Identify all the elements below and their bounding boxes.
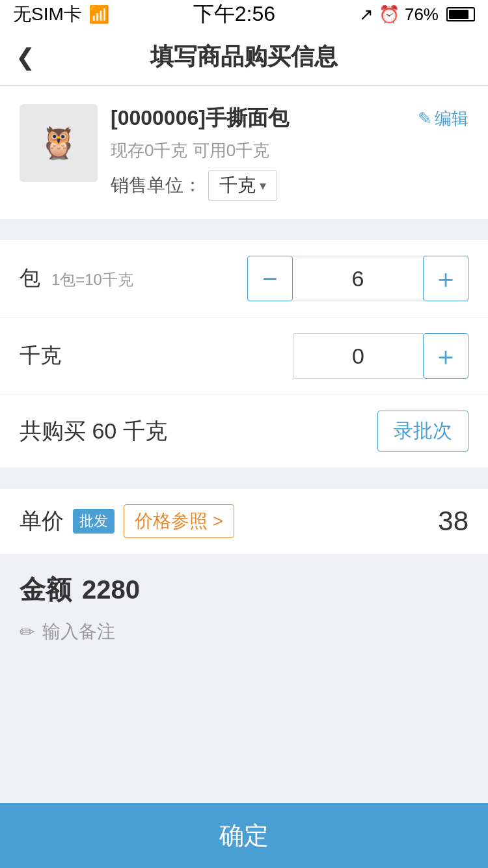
product-name: [0000006]手撕面包: [111, 104, 289, 133]
chevron-down-icon: ▾: [260, 178, 266, 193]
battery-label: 76%: [405, 5, 439, 25]
carrier-label: 无SIM卡: [13, 2, 82, 27]
status-bar: 无SIM卡 📶 下午2:56 ↗ ⏰ 76%: [0, 0, 488, 29]
total-text: 共购买: [20, 418, 92, 443]
qty-row-kg: 千克 ＋: [0, 318, 488, 395]
edit-icon: ✎: [418, 109, 432, 129]
qty-control-bao: − ＋: [247, 256, 468, 301]
qty-input-kg[interactable]: [293, 333, 423, 379]
plus-button-kg[interactable]: ＋: [423, 333, 468, 379]
unit-label: 销售单位：: [111, 173, 202, 198]
quantity-section: 包 1包=10千克 − ＋ 千克 ＋: [0, 240, 488, 395]
unit-select[interactable]: 千克 ▾: [208, 170, 277, 201]
status-left: 无SIM卡 📶: [13, 2, 109, 27]
total-unit: 千克: [123, 418, 167, 443]
qty-label-text-kg: 千克: [20, 344, 61, 367]
confirm-label: 确定: [219, 819, 269, 852]
unit-value: 千克: [219, 173, 256, 198]
back-icon: ❮: [16, 44, 35, 70]
batch-label: 录批次: [394, 420, 452, 441]
edit-button[interactable]: ✎ 编辑: [418, 107, 468, 130]
price-ref-button[interactable]: 价格参照 >: [124, 504, 234, 538]
amount-label: 金额: [20, 572, 72, 608]
plus-button-bao[interactable]: ＋: [423, 256, 468, 301]
remark-placeholder: 输入备注: [42, 619, 115, 644]
total-value: 60: [92, 418, 116, 443]
qty-control-kg: ＋: [293, 333, 468, 379]
qty-label-kg: 千克: [20, 342, 61, 370]
back-button[interactable]: ❮: [16, 44, 35, 71]
amount-section: 金额 2280 ✏ 输入备注: [0, 554, 488, 657]
price-tag: 批发: [73, 509, 115, 534]
product-thumbnail: 🦉: [20, 104, 98, 182]
qty-sublabel-bao: 1包=10千克: [51, 271, 133, 288]
price-ref-label: 价格参照 >: [135, 509, 223, 534]
price-row: 单价 批发 价格参照 > 38: [20, 504, 468, 538]
nav-bar: ❮ 填写商品购买信息: [0, 29, 488, 86]
product-card: 🦉 [0000006]手撕面包 ✎ 编辑 现存0千克 可用0千克 销售单位： 千…: [0, 86, 488, 219]
total-section: 共购买 60 千克 录批次: [0, 395, 488, 468]
amount-value: 2280: [82, 575, 140, 604]
qty-label-text-bao: 包: [20, 266, 40, 290]
wifi-icon: 📶: [88, 5, 109, 25]
battery-icon: [446, 7, 475, 21]
qty-row-bao: 包 1包=10千克 − ＋: [0, 240, 488, 318]
remark-row[interactable]: ✏ 输入备注: [20, 619, 468, 657]
price-section: 单价 批发 价格参照 > 38: [0, 489, 488, 554]
minus-button-bao[interactable]: −: [247, 256, 293, 301]
product-unit-row: 销售单位： 千克 ▾: [111, 170, 468, 201]
qty-input-bao[interactable]: [293, 256, 423, 301]
batch-button[interactable]: 录批次: [377, 411, 468, 452]
price-value: 38: [438, 506, 468, 537]
product-thumb-icon: 🦉: [39, 125, 78, 161]
separator-1: [0, 230, 488, 240]
location-icon: ↗: [359, 5, 373, 25]
product-info: [0000006]手撕面包 ✎ 编辑 现存0千克 可用0千克 销售单位： 千克 …: [111, 104, 468, 201]
price-label: 单价: [20, 506, 64, 536]
total-label: 共购买 60 千克: [20, 416, 167, 446]
separator-2: [0, 468, 488, 478]
amount-row: 金额 2280: [20, 572, 468, 608]
page-title: 填写商品购买信息: [150, 41, 338, 73]
status-right: ↗ ⏰ 76%: [359, 5, 475, 25]
qty-label-bao: 包 1包=10千克: [20, 264, 133, 293]
time-label: 下午2:56: [193, 0, 275, 29]
alarm-icon: ⏰: [379, 5, 400, 25]
confirm-button[interactable]: 确定: [0, 803, 488, 868]
product-stock: 现存0千克 可用0千克: [111, 139, 468, 162]
pencil-icon: ✏: [20, 621, 34, 643]
product-name-row: [0000006]手撕面包 ✎ 编辑: [111, 104, 468, 133]
edit-label: 编辑: [435, 107, 468, 130]
